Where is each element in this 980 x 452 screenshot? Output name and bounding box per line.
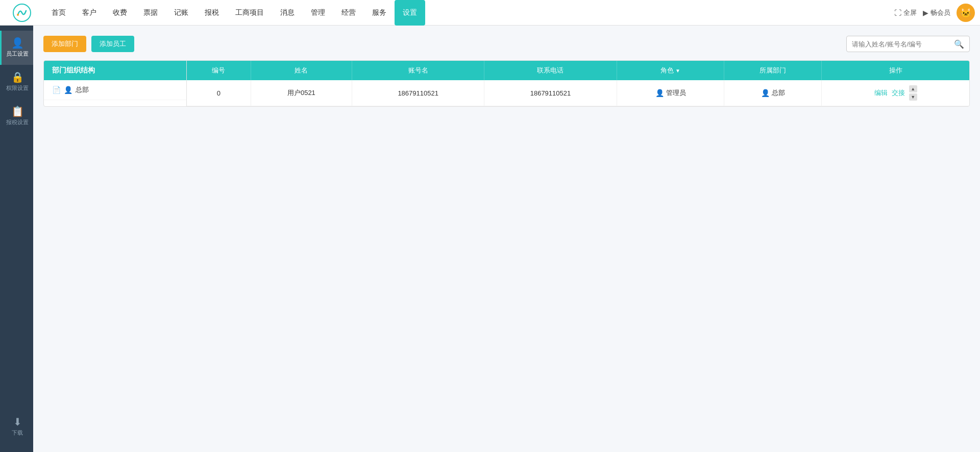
scroll-down-button[interactable]: ▼ (909, 93, 917, 101)
nav-settings[interactable]: 设置 (395, 0, 425, 26)
dept-user-icon-cell: 👤 (761, 89, 770, 97)
nav-account[interactable]: 记账 (166, 0, 197, 26)
add-staff-button[interactable]: 添加员工 (91, 36, 134, 52)
main-content: 添加部门 添加员工 🔍 部门组织结构 📄 👤 总部 (33, 26, 980, 452)
dept-value: 总部 (772, 88, 785, 98)
col-id: 编号 (187, 61, 251, 80)
cell-account: 18679110521 (352, 80, 484, 106)
nav-home[interactable]: 首页 (43, 0, 74, 26)
role-value: 管理员 (666, 88, 686, 98)
search-icon: 🔍 (954, 39, 964, 49)
col-account: 账号名 (352, 61, 484, 80)
role-filter[interactable]: 角色 ▼ (660, 66, 680, 75)
col-dept: 所属部门 (724, 61, 822, 80)
add-dept-button[interactable]: 添加部门 (43, 36, 86, 52)
content-area: 部门组织结构 📄 👤 总部 编号 姓名 账号名 联系电话 (43, 60, 970, 107)
search-box: 🔍 (846, 36, 970, 52)
table: 编号 姓名 账号名 联系电话 角色 ▼ 所属部门 操作 (187, 61, 969, 106)
vip-icon: ▶ (923, 9, 928, 17)
dept-tree-item[interactable]: 📄 👤 总部 (44, 80, 186, 100)
handover-link[interactable]: 交接 (892, 88, 905, 98)
role-user-icon: 👤 (655, 89, 664, 97)
col-role[interactable]: 角色 ▼ (617, 61, 724, 80)
avatar-icon: 🐱 (960, 7, 971, 18)
dept-item-label: 总部 (76, 85, 89, 94)
download-icon: ⬇ (13, 417, 22, 427)
cell-role: 👤 管理员 (617, 80, 724, 106)
search-input[interactable] (847, 40, 949, 48)
sidebar-bottom: ⬇ 下载 (8, 410, 25, 452)
logo (5, 4, 38, 22)
col-role-label: 角色 (660, 66, 674, 75)
nav-bill[interactable]: 票据 (135, 0, 166, 26)
filter-icon: ▼ (675, 68, 680, 74)
fullscreen-icon: ⛶ (894, 9, 901, 17)
sidebar-item-tax-settings[interactable]: 📋 报税设置 (0, 99, 33, 133)
file-icon: 📄 (52, 86, 61, 94)
cell-id: 0 (187, 80, 251, 106)
col-phone: 联系电话 (484, 61, 617, 80)
dept-user-icon: 👤 (64, 86, 72, 94)
table-header-row: 编号 姓名 账号名 联系电话 角色 ▼ 所属部门 操作 (187, 61, 969, 80)
nav-manage[interactable]: 管理 (303, 0, 333, 26)
fullscreen-button[interactable]: ⛶ 全屏 (894, 8, 917, 17)
dept-tree-header: 部门组织结构 (44, 61, 186, 80)
nav-service[interactable]: 服务 (364, 0, 395, 26)
nav-right: ⛶ 全屏 ▶ 畅会员 🐱 (894, 4, 975, 22)
search-button[interactable]: 🔍 (949, 36, 969, 52)
nav-client[interactable]: 客户 (74, 0, 105, 26)
nav-fee[interactable]: 收费 (105, 0, 135, 26)
fullscreen-label: 全屏 (903, 8, 917, 17)
sidebar-label-download: 下载 (12, 429, 23, 437)
top-nav: 首页 客户 收费 票据 记账 报税 工商项目 消息 管理 经营 服务 设置 ⛶ … (0, 0, 980, 26)
sidebar-label-employee: 员工设置 (6, 50, 29, 58)
col-action: 操作 (822, 61, 969, 80)
nav-operation[interactable]: 经营 (333, 0, 364, 26)
employee-icon: 👤 (11, 38, 24, 48)
scroll-up-button[interactable]: ▲ (909, 85, 917, 92)
toolbar: 添加部门 添加员工 🔍 (43, 36, 970, 52)
scroll-buttons: ▲ ▼ (907, 85, 919, 101)
user-avatar[interactable]: 🐱 (957, 4, 975, 22)
sidebar-download[interactable]: ⬇ 下载 (8, 410, 25, 444)
nav-tax[interactable]: 报税 (197, 0, 227, 26)
vip-label: 畅会员 (930, 8, 950, 17)
sidebar-item-employee[interactable]: 👤 员工设置 (0, 31, 33, 65)
cell-dept: 👤 总部 (724, 80, 822, 106)
permission-icon: 🔒 (11, 72, 24, 82)
sidebar-item-permission[interactable]: 🔒 权限设置 (0, 65, 33, 99)
app-layout: 👤 员工设置 🔒 权限设置 📋 报税设置 ⬇ 下载 添加部门 添加员工 (0, 26, 980, 452)
sidebar-label-tax: 报税设置 (6, 118, 29, 126)
dept-tree: 部门组织结构 📄 👤 总部 (44, 61, 187, 106)
cell-phone: 18679110521 (484, 80, 617, 106)
svg-point-1 (17, 14, 19, 16)
sidebar: 👤 员工设置 🔒 权限设置 📋 报税设置 ⬇ 下载 (0, 26, 33, 452)
nav-business[interactable]: 工商项目 (227, 0, 272, 26)
nav-items: 首页 客户 收费 票据 记账 报税 工商项目 消息 管理 经营 服务 设置 (43, 0, 894, 26)
tax-settings-icon: 📋 (11, 106, 24, 116)
employee-table: 编号 姓名 账号名 联系电话 角色 ▼ 所属部门 操作 (187, 61, 969, 106)
sidebar-label-permission: 权限设置 (6, 84, 29, 92)
col-name: 姓名 (251, 61, 352, 80)
cell-actions: 编辑 交接 ▲ ▼ (822, 80, 969, 106)
cell-name: 用户0521 (251, 80, 352, 106)
vip-button[interactable]: ▶ 畅会员 (923, 8, 950, 17)
table-row: 0 用户0521 18679110521 18679110521 👤 管理员 👤… (187, 80, 969, 106)
nav-message[interactable]: 消息 (272, 0, 303, 26)
edit-link[interactable]: 编辑 (874, 88, 888, 98)
